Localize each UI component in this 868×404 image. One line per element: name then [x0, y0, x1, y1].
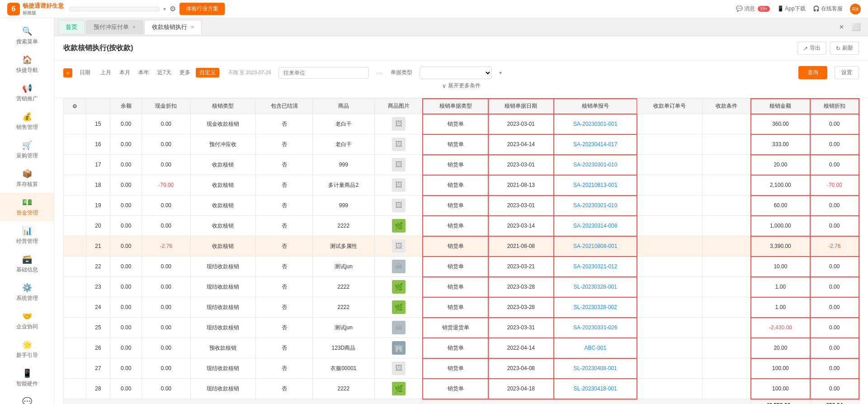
cell-writeoff-no[interactable]: SA-20230331-026 [554, 318, 637, 338]
writeoff-no-link[interactable]: SA-20210813-001 [573, 182, 617, 188]
sidebar-item-enterprise[interactable]: 🤝 企业协同 [0, 307, 54, 335]
date-btn-more[interactable]: 更多 [177, 68, 193, 77]
cell-writeoff-no[interactable]: SL-20230418-001 [554, 379, 637, 399]
message-icon[interactable]: 💬 消息 99+ [736, 5, 770, 13]
sidebar-item-basic[interactable]: 🗃️ 基础信息 [0, 250, 54, 278]
cell-writeoff-amount: 20.00 [751, 338, 810, 358]
cell-writeoff-type: 收款核销 [190, 195, 256, 216]
industry-solution-button[interactable]: 体验行业方案 [179, 3, 225, 15]
footer-writeoff-amount-total: 40,556,66... [751, 399, 810, 404]
cell-writeoff-no[interactable]: SA-20230301-010 [554, 155, 637, 175]
writeoff-no-link[interactable]: SA-20230301-010 [573, 162, 617, 168]
cell-writeoff-no[interactable]: SA-20210813-001 [554, 175, 637, 195]
doc-type-select[interactable] [420, 67, 492, 79]
sidebar-item-finance[interactable]: 💵 资金管理 [0, 193, 54, 221]
app-download-link[interactable]: 📱 App下载 [777, 5, 806, 13]
writeoff-no-link[interactable]: SA-20230414-017 [573, 141, 617, 147]
writeoff-no-link[interactable]: SL-20230418-001 [574, 385, 617, 392]
sidebar-item-operations[interactable]: 📊 经营管理 [0, 221, 54, 250]
sidebar-item-marketing[interactable]: 📢 营销推广 [0, 79, 54, 107]
date-btn-custom[interactable]: 自定义 [196, 68, 219, 77]
cell-writeoff-date: 2023-03-01 [488, 114, 554, 134]
product-image: 🖼 [392, 117, 406, 131]
writeoff-no-link[interactable]: SA-20230321-012 [573, 263, 617, 270]
sidebar-item-hardware[interactable]: 📱 智能硬件 [0, 364, 54, 392]
cell-writeoff-type: 预收款核销 [190, 338, 256, 358]
cell-balance: 0.00 [110, 257, 142, 277]
tab-receipts[interactable]: 收款核销执行 × [144, 20, 202, 34]
column-settings-icon[interactable]: ⚙ [72, 103, 77, 109]
writeoff-no-link[interactable]: SL-20230328-001 [574, 284, 617, 290]
cell-cash-discount: 0.00 [142, 318, 190, 338]
table-row: 26 0.00 0.00 预收款核销 否 123D商品 🏢 销货单 2022-0… [64, 338, 859, 358]
writeoff-no-link[interactable]: SA-20230301-010 [573, 202, 617, 209]
sidebar-item-inventory[interactable]: 📦 库存核算 [0, 164, 54, 193]
tab-home[interactable]: 首页 [58, 20, 85, 34]
refresh-button[interactable]: ↻ 刷新 [830, 42, 859, 55]
cell-writeoff-no[interactable]: ABC-001 [554, 338, 637, 358]
cell-writeoff-no[interactable]: SL-20230328-001 [554, 277, 637, 297]
writeoff-no-link[interactable]: SA-20230301-001 [573, 121, 617, 127]
user-avatar[interactable]: Rit [850, 4, 861, 14]
cell-writeoff-no[interactable]: SL-20230328-002 [554, 297, 637, 318]
online-support-link[interactable]: 🎧 在线客服 [813, 5, 843, 13]
cell-writeoff-amount: 100.00 [751, 358, 810, 379]
doc-type-dropdown-arrow[interactable]: ▾ [499, 70, 502, 76]
dropdown-arrow-icon[interactable]: ▾ [163, 6, 166, 12]
export-button[interactable]: ↗ 导出 [797, 42, 826, 55]
cell-balance: 0.00 [110, 114, 142, 134]
sidebar-item-system[interactable]: ⚙️ 系统管理 [0, 278, 54, 307]
cell-writeoff-no[interactable]: SA-20230321-012 [554, 257, 637, 277]
cell-receipt-order-no [637, 257, 703, 277]
window-maximize-icon[interactable]: ⬜ [848, 23, 864, 31]
writeoff-no-link[interactable]: SL-20230408-001 [574, 365, 617, 371]
cell-writeoff-no[interactable]: SL-20230408-001 [554, 358, 637, 379]
settings-icon[interactable]: ⚙ [170, 5, 176, 13]
sidebar-item-wechat[interactable]: 💬 企业微信 [0, 392, 54, 404]
cell-writeoff-no[interactable]: SA-20230414-017 [554, 134, 637, 155]
cell-writeoff-type: 收款核销 [190, 175, 256, 195]
cell-receipt-order-no [637, 134, 703, 155]
cell-writeoff-discount: 0.00 [810, 379, 859, 399]
cell-receipt-condition [703, 236, 751, 257]
sidebar-label-basic: 基础信息 [16, 266, 38, 274]
writeoff-no-link[interactable]: SA-20230314-008 [573, 223, 617, 229]
sidebar-item-sales[interactable]: 💰 销售管理 [0, 107, 54, 136]
sidebar-item-purchase[interactable]: 🛒 采购管理 [0, 136, 54, 164]
cell-writeoff-no[interactable]: SA-20230314-008 [554, 216, 637, 236]
sidebar-item-shortcut[interactable]: 🏠 快捷导航 [0, 50, 54, 79]
cell-writeoff-no[interactable]: SA-20210808-001 [554, 236, 637, 257]
writeoff-no-link[interactable]: SA-20210808-001 [573, 243, 617, 249]
tab-prepaid-close[interactable]: × [132, 24, 136, 30]
cell-writeoff-amount: 20.00 [751, 155, 810, 175]
writeoff-no-link[interactable]: SL-20230328-002 [574, 304, 617, 310]
from-unit-input[interactable] [278, 67, 369, 79]
col-cash-discount: 现金折扣 [142, 99, 190, 114]
col-writeoff-doc-type: 核销单据类型 [423, 99, 488, 114]
date-btn-last-month[interactable]: 上月 [98, 68, 114, 77]
date-btn-7days[interactable]: 近7天 [155, 68, 174, 77]
finance-icon: 💵 [22, 197, 32, 207]
cell-writeoff-type: 预付冲应收 [190, 134, 256, 155]
col-settings[interactable]: ⚙ [64, 99, 86, 114]
query-button[interactable]: 查询 [798, 66, 827, 79]
cell-writeoff-no[interactable]: SA-20230301-001 [554, 114, 637, 134]
window-close-icon[interactable]: × [836, 23, 847, 31]
table-container[interactable]: ⚙ 余额 现金折扣 核销类型 包含已结清 商品 商品图片 核销单据类型 核销单据… [54, 98, 868, 404]
sidebar-item-guide[interactable]: 🌟 新手引导 [0, 335, 54, 364]
tab-receipts-close[interactable]: × [191, 24, 194, 30]
header-actions: ↗ 导出 ↻ 刷新 [797, 42, 859, 55]
cell-balance: 0.00 [110, 134, 142, 155]
filter-expand-icon[interactable]: » [63, 68, 72, 77]
settings-button[interactable]: 设置 [835, 66, 859, 79]
date-btn-this-year[interactable]: 本年 [136, 68, 152, 77]
cell-balance: 0.00 [110, 277, 142, 297]
cell-writeoff-no[interactable]: SA-20230301-010 [554, 195, 637, 216]
date-btn-this-month[interactable]: 本月 [117, 68, 133, 77]
cell-included-settled: 否 [256, 216, 313, 236]
sidebar-item-search[interactable]: 🔍 搜索菜单 [0, 22, 54, 50]
tab-prepaid[interactable]: 预付冲应付单 × [86, 20, 143, 34]
expand-conditions-bar[interactable]: ∨ 展开更多条件 [63, 79, 859, 92]
writeoff-no-link[interactable]: ABC-001 [584, 345, 606, 351]
writeoff-no-link[interactable]: SA-20230331-026 [573, 324, 617, 331]
